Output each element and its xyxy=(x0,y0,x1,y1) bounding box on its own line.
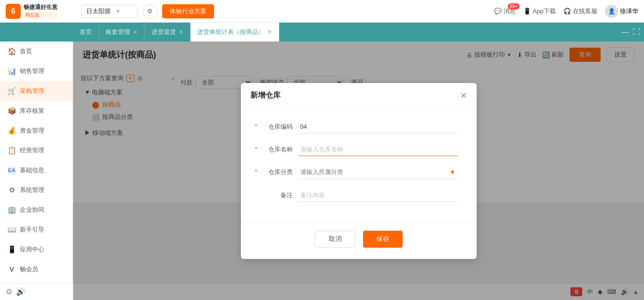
tab-purchase-stat[interactable]: 进货单统计表（按商品） ✕ xyxy=(190,23,279,42)
mobile-icon: 📱 xyxy=(523,8,531,15)
store-selector[interactable]: 日太阳膜 ▼ xyxy=(81,5,138,18)
form-item-category: 仓库分类 ▼ xyxy=(260,166,458,179)
tab-home[interactable]: 首页 xyxy=(73,23,99,42)
modal-overlay[interactable]: 新增仓库 ✕ 仓库编码 仓库名称 仓库 xyxy=(73,42,644,300)
sidebar-item-sales[interactable]: 📊 销售管理 xyxy=(0,61,73,81)
tab-right-buttons: — ⛶ xyxy=(621,28,644,36)
message-icon: 💬 xyxy=(494,8,502,15)
code-label: 仓库编码 xyxy=(260,123,293,131)
name-input[interactable] xyxy=(298,143,458,156)
chevron-down-icon: ▼ xyxy=(449,168,456,176)
vip-icon: V xyxy=(8,265,16,274)
sidebar: 🏠 首页 📊 销售管理 🛒 采购管理 📦 库存核算 💰 资金管理 📋 经营管理 … xyxy=(0,42,73,300)
category-select-wrapper: ▼ xyxy=(298,166,458,179)
note-input[interactable] xyxy=(298,189,458,202)
form-item-name: 仓库名称 xyxy=(260,143,458,156)
top-header: 6 畅捷通好生意 精品版 日太阳膜 ▼ ⚙ 体验行业方案 💬 消息 99+ 📱 … xyxy=(0,0,644,23)
system-icon: ⚙ xyxy=(8,186,16,194)
settings-icon[interactable]: ⚙ xyxy=(6,287,12,296)
cancel-button[interactable]: 取消 xyxy=(315,231,355,248)
sidebar-item-guide[interactable]: 📖 新手引导 xyxy=(0,220,73,240)
sidebar-item-basic-info[interactable]: EA 基础信息 xyxy=(0,160,73,180)
modal-footer: 取消 保存 xyxy=(241,223,477,259)
home-icon: 🏠 xyxy=(8,47,16,56)
guide-icon: 📖 xyxy=(8,225,16,234)
save-button[interactable]: 保存 xyxy=(363,231,403,248)
tab-purchase-return[interactable]: 进货退货 ✕ xyxy=(145,23,190,42)
username-label: 徐泽华 xyxy=(620,7,638,16)
sidebar-item-finance[interactable]: 💰 资金管理 xyxy=(0,121,73,141)
tab-bar: 首页 账套管理 ✕ 进货退货 ✕ 进货单统计表（按商品） ✕ — ⛶ xyxy=(0,23,644,42)
form-item-code: 仓库编码 xyxy=(260,120,458,133)
headset-icon: 🎧 xyxy=(563,8,571,15)
gear-icon: ⚙ xyxy=(147,8,153,15)
chevron-down-icon: ▼ xyxy=(116,8,121,14)
app-center-icon: 📱 xyxy=(8,245,16,254)
modal-header: 新增仓库 ✕ xyxy=(241,83,477,109)
purchase-icon: 🛒 xyxy=(8,87,16,95)
logo-area: 6 畅捷通好生意 精品版 xyxy=(6,3,76,19)
form-item-note: 备注 xyxy=(260,189,458,202)
code-input[interactable] xyxy=(298,120,458,133)
trial-button[interactable]: 体验行业方案 xyxy=(162,4,214,18)
maximize-icon[interactable]: ⛶ xyxy=(633,28,640,36)
bottom-left: ⚙ 🔊 xyxy=(6,287,25,296)
modal-body: 仓库编码 仓库名称 仓库分类 ▼ xyxy=(241,109,477,223)
logo-icon: 6 xyxy=(6,4,21,19)
category-input[interactable] xyxy=(300,168,449,175)
sidebar-item-purchase[interactable]: 🛒 采购管理 xyxy=(0,81,73,101)
note-label: 备注 xyxy=(260,191,293,200)
header-right: 💬 消息 99+ 📱 App下载 🎧 在线客服 👤 徐泽华 xyxy=(494,5,638,18)
sidebar-item-app-center[interactable]: 📱 应用中心 xyxy=(0,240,73,259)
new-warehouse-modal: 新增仓库 ✕ 仓库编码 仓库名称 仓库 xyxy=(241,83,477,259)
category-label: 仓库分类 xyxy=(260,168,293,176)
sales-icon: 📊 xyxy=(8,67,16,75)
sidebar-item-inventory[interactable]: 📦 库存核算 xyxy=(0,101,73,121)
message-btn[interactable]: 💬 消息 99+ xyxy=(494,7,516,16)
customer-service-btn[interactable]: 🎧 在线客服 xyxy=(563,7,597,16)
user-area[interactable]: 👤 徐泽华 xyxy=(605,5,638,18)
enterprise-icon: 🏢 xyxy=(8,206,16,214)
sidebar-item-operations[interactable]: 📋 经营管理 xyxy=(0,141,73,160)
app-download-btn[interactable]: 📱 App下载 xyxy=(523,7,556,16)
modal-close-button[interactable]: ✕ xyxy=(460,91,467,101)
sidebar-item-enterprise[interactable]: 🏢 企业协同 xyxy=(0,200,73,220)
inventory-icon: 📦 xyxy=(8,107,16,115)
finance-icon: 💰 xyxy=(8,126,16,135)
sound-icon[interactable]: 🔊 xyxy=(16,287,25,296)
settings-button[interactable]: ⚙ xyxy=(142,4,157,19)
name-label: 仓库名称 xyxy=(260,145,293,154)
tab-account[interactable]: 账套管理 ✕ xyxy=(99,23,145,42)
operations-icon: 📋 xyxy=(8,146,16,155)
modal-title: 新增仓库 xyxy=(250,91,281,100)
logo-text: 畅捷通好生意 精品版 xyxy=(24,3,58,19)
sidebar-item-vip[interactable]: V 畅会员 xyxy=(0,259,73,279)
tab-close-icon[interactable]: ✕ xyxy=(179,29,183,35)
sidebar-item-home[interactable]: 🏠 首页 xyxy=(0,42,73,61)
tab-close-icon[interactable]: ✕ xyxy=(267,29,272,35)
content-area: 进货单统计(按商品) 🖨 按模板打印 ▼ ⬇ 导出 🔄 刷新 查询 设置 xyxy=(73,42,644,300)
sidebar-item-system[interactable]: ⚙ 系统管理 xyxy=(0,180,73,200)
tab-close-icon[interactable]: ✕ xyxy=(133,29,138,35)
minimize-icon[interactable]: — xyxy=(621,28,629,36)
basic-info-icon: EA xyxy=(8,166,16,175)
main-layout: 🏠 首页 📊 销售管理 🛒 采购管理 📦 库存核算 💰 资金管理 📋 经营管理 … xyxy=(0,42,644,300)
avatar: 👤 xyxy=(605,5,618,18)
